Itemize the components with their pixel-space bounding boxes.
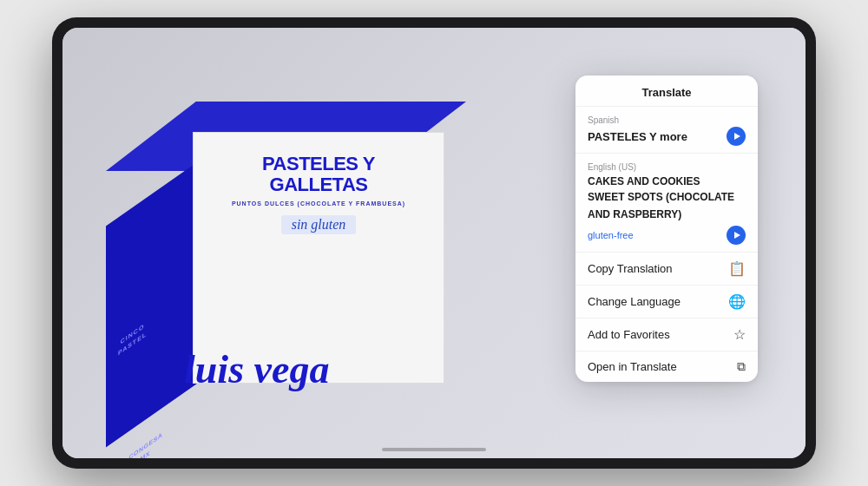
popup-translation-section: English (US) CAKES AND COOKIES SWEET SPO…: [575, 154, 758, 253]
popup-header: Translate: [575, 76, 758, 107]
favorites-icon: ☆: [733, 326, 746, 343]
popup-translation-line3: AND RASPBERRY): [588, 208, 746, 220]
open-icon: ⧉: [737, 359, 746, 374]
popup-title: Translate: [589, 86, 744, 99]
action-favorites-label: Add to Favorites: [588, 328, 670, 341]
home-indicator: [382, 448, 486, 451]
action-open-label: Open in Translate: [588, 360, 677, 373]
box-brand-name: luis vega: [184, 346, 329, 392]
product-box: CINCO PASTEL LA CONGESA CDMX PASTELES Y …: [106, 62, 470, 410]
play-button[interactable]: [727, 127, 746, 146]
action-change-language[interactable]: Change Language 🌐: [575, 286, 758, 319]
popup-tag-row: gluten-free: [588, 226, 746, 245]
box-brand-title: PASTELES Y GALLETAS: [262, 154, 375, 195]
action-open-translate[interactable]: Open in Translate ⧉: [575, 351, 758, 382]
change-lang-icon: 🌐: [728, 293, 746, 310]
action-copy-label: Copy Translation: [588, 262, 673, 275]
play-icon-2: [734, 232, 740, 239]
play-button-2[interactable]: [727, 226, 746, 245]
copy-icon: 📋: [728, 260, 746, 277]
translate-popup: Translate Spanish PASTELES Y more Englis…: [575, 76, 758, 382]
popup-translation-line1: CAKES AND COOKIES: [588, 175, 746, 187]
box-sin-gluten: sin gluten: [281, 215, 357, 234]
action-change-lang-label: Change Language: [588, 295, 681, 308]
action-add-favorites[interactable]: Add to Favorites ☆: [575, 319, 758, 351]
box-left-face: CINCO PASTEL LA CONGESA CDMX: [106, 162, 197, 448]
popup-source-text: PASTELES Y more: [588, 127, 746, 146]
popup-gluten-tag: gluten-free: [588, 230, 634, 240]
play-icon: [734, 133, 740, 140]
ipad-frame: CINCO PASTEL LA CONGESA CDMX PASTELES Y …: [52, 17, 816, 469]
ipad-screen: CINCO PASTEL LA CONGESA CDMX PASTELES Y …: [62, 28, 806, 458]
popup-source-lang: Spanish: [588, 115, 746, 125]
popup-translation-line2: SWEET SPOTS (CHOCOLATE: [588, 191, 746, 203]
popup-target-lang: English (US): [588, 162, 746, 172]
box-side-text-top: CINCO PASTEL: [118, 319, 147, 359]
box-subtitle: PUNTOS DULCES (CHOCOLATE Y FRAMBUESA): [232, 200, 405, 207]
action-copy-translation[interactable]: Copy Translation 📋: [575, 253, 758, 286]
popup-source-section: Spanish PASTELES Y more: [575, 107, 758, 154]
